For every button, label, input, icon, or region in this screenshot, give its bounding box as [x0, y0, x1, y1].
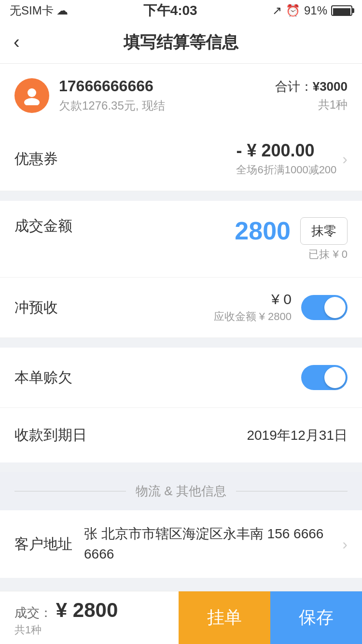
status-right: ↗ ⏰ 91%	[272, 4, 352, 17]
battery-tip	[352, 8, 354, 13]
battery-icon	[331, 5, 352, 16]
bottom-count: 共1种	[14, 623, 164, 637]
prepay-sub: 应收金额 ¥ 2800	[214, 309, 292, 324]
user-info-section: 17666666666 欠款1276.35元, 现结 合计：¥3000 共1种	[0, 64, 362, 127]
deal-right: 2800 抹零 已抹 ¥ 0	[235, 216, 348, 262]
status-left: 无SIM卡 ☁	[10, 3, 68, 18]
prepay-toggle[interactable]	[301, 295, 348, 320]
toggle-knob	[324, 297, 346, 318]
sim-status: 无SIM卡 ☁	[10, 3, 68, 18]
deal-sub: 已抹 ¥ 0	[308, 247, 348, 262]
address-chevron-icon: ›	[342, 535, 348, 553]
logistics-text: 物流 & 其他信息	[136, 483, 226, 500]
round-zero-button[interactable]: 抹零	[300, 217, 348, 245]
coupon-label: 优惠券	[14, 149, 58, 169]
status-time: 下午4:03	[143, 1, 197, 20]
save-button[interactable]: 保存	[270, 591, 362, 644]
battery-percent: 91%	[304, 4, 327, 17]
debt-order-label: 本单赊欠	[14, 368, 72, 388]
bottom-bar: 成交： ¥ 2800 共1种 挂单 保存	[0, 591, 362, 644]
coupon-right: - ¥ 200.00 全场6折满1000减200 ›	[236, 140, 348, 177]
prepay-right: ¥ 0 应收金额 ¥ 2800	[214, 291, 348, 324]
user-debt: 欠款1276.35元, 现结	[59, 98, 165, 113]
address-content: 张 北京市市辖区海淀区永丰南 156 6666 6666	[84, 524, 337, 564]
bottom-deal-amount: ¥ 2800	[56, 599, 118, 621]
content-area: 17666666666 欠款1276.35元, 现结 合计：¥3000 共1种 …	[0, 64, 362, 644]
user-info-left: 17666666666 欠款1276.35元, 现结	[14, 77, 165, 113]
coupon-desc: 全场6折满1000减200	[236, 163, 336, 177]
prepay-col: ¥ 0 应收金额 ¥ 2800	[214, 291, 292, 324]
chevron-right-icon: ›	[342, 150, 348, 168]
bottom-deal-row: 成交： ¥ 2800	[14, 599, 164, 622]
address-section[interactable]: 客户地址 张 北京市市辖区海淀区永丰南 156 6666 6666 ›	[0, 510, 362, 578]
pending-button[interactable]: 挂单	[179, 591, 270, 644]
deal-amount-value: 2800	[235, 216, 291, 245]
due-date-value: 2019年12月31日	[247, 426, 348, 445]
address-label: 客户地址	[14, 534, 72, 554]
total-count: 共1种	[275, 97, 348, 112]
deal-amount-group: 2800 抹零	[235, 216, 348, 245]
svg-point-0	[28, 88, 36, 97]
prepay-row: 冲预收 ¥ 0 应收金额 ¥ 2800	[0, 278, 362, 338]
deal-amount-row: 成交金额 2800 抹零 已抹 ¥ 0	[0, 201, 362, 278]
logistics-line-left	[14, 491, 126, 491]
gray-divider-2	[0, 338, 362, 348]
user-total: 合计：¥3000 共1种	[275, 78, 348, 112]
location-icon: ↗	[272, 4, 282, 17]
status-bar: 无SIM卡 ☁ 下午4:03 ↗ ⏰ 91%	[0, 0, 362, 21]
deal-label: 成交金额	[14, 216, 72, 236]
logistics-line-right	[236, 491, 348, 491]
debt-order-row: 本单赊欠	[0, 348, 362, 408]
gray-divider-3	[0, 462, 362, 472]
page-title: 填写结算等信息	[124, 31, 238, 54]
bottom-deal-label: 成交：	[14, 605, 52, 620]
avatar	[14, 78, 49, 113]
debt-toggle-knob	[324, 367, 346, 388]
svg-point-1	[24, 98, 40, 105]
user-phone: 17666666666	[59, 77, 165, 95]
alarm-icon: ⏰	[286, 4, 300, 17]
logistics-divider: 物流 & 其他信息	[0, 472, 362, 510]
bottom-info: 成交： ¥ 2800 共1种	[0, 599, 179, 637]
prepay-amount: ¥ 0	[214, 291, 292, 308]
prepay-label: 冲预收	[14, 298, 58, 318]
total-label: 合计：¥3000	[275, 78, 348, 95]
user-details: 17666666666 欠款1276.35元, 现结	[59, 77, 165, 113]
due-date-label: 收款到期日	[14, 425, 87, 445]
due-date-row: 收款到期日 2019年12月31日	[0, 408, 362, 462]
nav-bar: ‹ 填写结算等信息	[0, 21, 362, 64]
back-button[interactable]: ‹	[14, 32, 20, 53]
coupon-info: - ¥ 200.00 全场6折满1000减200	[236, 140, 336, 177]
coupon-amount: - ¥ 200.00	[236, 140, 336, 161]
debt-order-toggle[interactable]	[301, 365, 348, 390]
coupon-section[interactable]: 优惠券 - ¥ 200.00 全场6折满1000减200 ›	[0, 127, 362, 191]
gray-divider-1	[0, 191, 362, 201]
